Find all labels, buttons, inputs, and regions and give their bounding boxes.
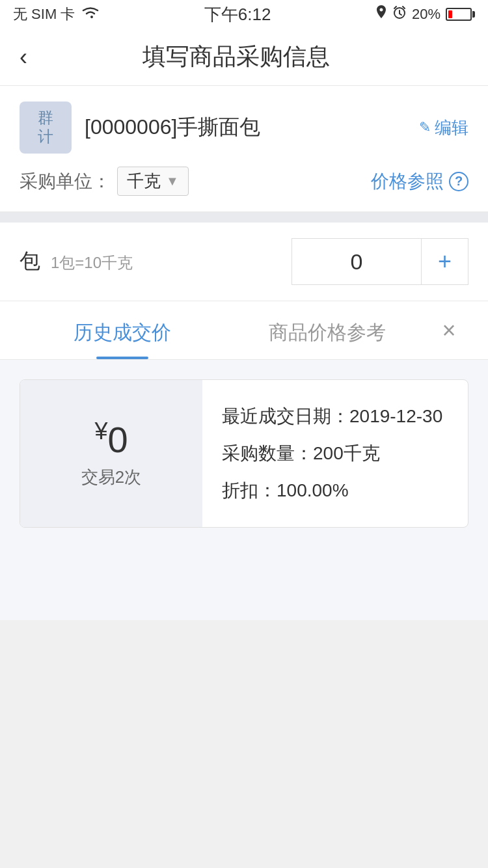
tab-priceref-label: 商品价格参考 bbox=[269, 321, 386, 343]
purchase-qty-value: 200千克 bbox=[313, 443, 380, 463]
thumbnail-text: 群计 bbox=[38, 109, 53, 146]
section-divider bbox=[0, 212, 488, 223]
qty-unit-main: 包 bbox=[20, 247, 40, 276]
nav-bar: ‹ 填写商品采购信息 bbox=[0, 29, 488, 86]
product-thumbnail: 群计 bbox=[20, 102, 72, 154]
discount-value: 100.00% bbox=[277, 480, 349, 500]
product-info-row: 群计 [0000006]手撕面包 bbox=[20, 102, 260, 154]
product-card: 群计 [0000006]手撕面包 ✎ 编辑 采购单位： 千克 ▼ 价格参照 ? bbox=[0, 86, 488, 212]
tab-history-price[interactable]: 历史成交价 bbox=[20, 301, 224, 359]
status-left: 无 SIM 卡 bbox=[13, 5, 100, 24]
qty-plus-button[interactable]: + bbox=[422, 238, 468, 285]
product-name: [0000006]手撕面包 bbox=[85, 113, 260, 142]
price-card: ¥0 交易2次 最近成交日期：2019-12-30 采购数量：200千克 折扣：… bbox=[20, 379, 468, 528]
tabs-close-button[interactable]: × bbox=[429, 304, 468, 357]
edit-button[interactable]: ✎ 编辑 bbox=[419, 116, 468, 139]
location-icon bbox=[375, 5, 387, 23]
unit-value: 千克 bbox=[127, 170, 161, 193]
tab-content: ¥0 交易2次 最近成交日期：2019-12-30 采购数量：200千克 折扣：… bbox=[0, 360, 488, 620]
tabs-bar: 历史成交价 商品价格参考 × bbox=[0, 301, 488, 360]
trade-count: 交易2次 bbox=[81, 466, 141, 489]
wifi-icon bbox=[81, 5, 100, 23]
quantity-unit-label: 包 1包=10千克 bbox=[20, 247, 133, 276]
battery-icon bbox=[446, 8, 475, 21]
price-display: ¥0 bbox=[94, 418, 128, 461]
recent-date-value: 2019-12-30 bbox=[349, 406, 442, 426]
unit-label: 采购单位： bbox=[20, 169, 111, 194]
edit-icon: ✎ bbox=[419, 119, 431, 136]
quantity-input[interactable] bbox=[291, 238, 422, 285]
purchase-qty-line: 采购数量：200千克 bbox=[222, 441, 448, 466]
unit-arrow-icon: ▼ bbox=[166, 174, 179, 189]
status-time: 下午6:12 bbox=[204, 3, 271, 26]
product-unit-row: 采购单位： 千克 ▼ 价格参照 ? bbox=[20, 167, 468, 196]
discount-line: 折扣：100.00% bbox=[222, 478, 448, 503]
recent-date-label: 最近成交日期： bbox=[222, 406, 349, 426]
help-icon: ? bbox=[449, 172, 468, 191]
price-card-left: ¥0 交易2次 bbox=[20, 380, 202, 527]
price-card-right: 最近成交日期：2019-12-30 采购数量：200千克 折扣：100.00% bbox=[202, 380, 468, 527]
purchase-qty-label: 采购数量： bbox=[222, 443, 313, 463]
page-title: 填写商品采购信息 bbox=[40, 41, 432, 73]
qty-unit-sub: 1包=10千克 bbox=[51, 252, 133, 273]
unit-select[interactable]: 千克 ▼ bbox=[117, 167, 189, 196]
price-ref-label: 价格参照 bbox=[371, 169, 444, 194]
tab-price-ref[interactable]: 商品价格参考 bbox=[224, 301, 429, 359]
carrier-label: 无 SIM 卡 bbox=[13, 5, 75, 24]
discount-label: 折扣： bbox=[222, 480, 277, 500]
currency-symbol: ¥ bbox=[94, 418, 107, 444]
product-header: 群计 [0000006]手撕面包 ✎ 编辑 bbox=[20, 102, 468, 154]
back-button[interactable]: ‹ bbox=[20, 44, 40, 71]
quantity-row: 包 1包=10千克 + bbox=[0, 223, 488, 301]
tab-history-label: 历史成交价 bbox=[74, 321, 171, 343]
tab-active-indicator bbox=[96, 357, 148, 359]
price-ref-button[interactable]: 价格参照 ? bbox=[371, 169, 468, 194]
battery-percent: 20% bbox=[412, 6, 441, 23]
status-bar: 无 SIM 卡 下午6:12 20% bbox=[0, 0, 488, 29]
price-value: 0 bbox=[107, 419, 128, 460]
alarm-icon bbox=[392, 5, 407, 23]
status-right: 20% bbox=[375, 5, 475, 23]
qty-input-group: + bbox=[291, 238, 468, 285]
edit-label: 编辑 bbox=[435, 116, 468, 139]
recent-date-line: 最近成交日期：2019-12-30 bbox=[222, 403, 448, 429]
